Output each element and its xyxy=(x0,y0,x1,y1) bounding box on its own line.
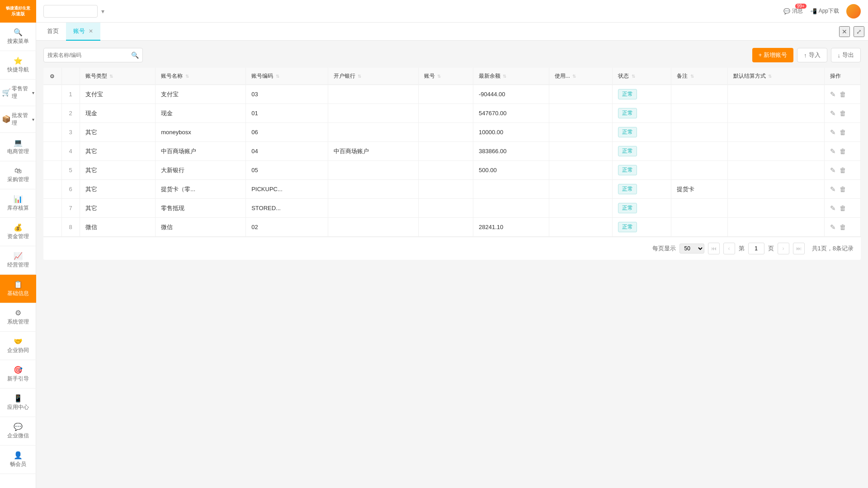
edit-icon[interactable]: ✎ xyxy=(830,147,836,155)
col-bank[interactable]: 开户银行 ⇅ xyxy=(328,68,418,85)
delete-icon[interactable]: 🗑 xyxy=(840,109,846,117)
sidebar-item-search-menu[interactable]: 🔍 搜索菜单 xyxy=(0,23,36,51)
table-row: 6 其它 提货卡（零... PICKUPC... 正常 提货卡 ✎ 🗑 xyxy=(43,180,861,199)
sidebar-label-quick-nav: 快捷导航 xyxy=(7,66,29,74)
delete-icon[interactable]: 🗑 xyxy=(840,185,846,193)
edit-icon[interactable]: ✎ xyxy=(830,90,836,99)
sidebar-label-enterprise-wechat: 企业微信 xyxy=(7,432,29,440)
add-account-button[interactable]: + 新增账号 xyxy=(752,48,793,62)
delete-icon[interactable]: 🗑 xyxy=(840,147,846,155)
row-balance: 10000.00 xyxy=(473,123,549,142)
toolbar: 🔍 + 新增账号 ↑ 导入 ↓ 导出 xyxy=(43,48,861,62)
app-download-button[interactable]: 📲 App下载 xyxy=(810,7,839,15)
row-default-settlement xyxy=(727,218,824,237)
row-status: 正常 xyxy=(613,85,671,104)
edit-icon[interactable]: ✎ xyxy=(830,204,836,212)
row-account xyxy=(418,218,473,237)
search-icon[interactable]: 🔍 xyxy=(131,52,139,59)
status-badge: 正常 xyxy=(618,203,637,213)
row-type: 支付宝 xyxy=(80,85,156,104)
tab-accounts[interactable]: 账号 ✕ xyxy=(66,23,100,41)
col-remark[interactable]: 备注 ⇅ xyxy=(671,68,727,85)
sidebar-item-basic-info[interactable]: 📋 基础信息 xyxy=(0,275,36,303)
delete-icon[interactable]: 🗑 xyxy=(840,90,846,98)
delete-icon[interactable]: 🗑 xyxy=(840,166,846,174)
header-dropdown-icon[interactable]: ▾ xyxy=(101,8,104,15)
sidebar-label-enterprise-agreement: 企业协同 xyxy=(7,347,29,354)
message-button[interactable]: 💬 消息 99+ xyxy=(783,7,803,15)
col-code[interactable]: 账号编码 ⇅ xyxy=(246,68,328,85)
sidebar-logo: 畅捷通好生意 乐速版 xyxy=(0,0,36,23)
sidebar-item-quick-nav[interactable]: ⭐ 快捷导航 xyxy=(0,51,36,80)
row-name: 现金 xyxy=(156,104,246,123)
sidebar-item-member[interactable]: 👤 畅会员 xyxy=(0,446,36,474)
row-account xyxy=(418,180,473,199)
top-search-input[interactable] xyxy=(43,5,98,18)
sidebar-item-purchase-mgmt[interactable]: 🛍 采购管理 xyxy=(0,161,36,189)
sidebar-item-operations-mgmt[interactable]: 📈 经营管理 xyxy=(0,246,36,275)
tab-home[interactable]: 首页 xyxy=(40,23,66,41)
col-gear[interactable]: ⚙ xyxy=(43,68,61,85)
edit-icon[interactable]: ✎ xyxy=(830,223,836,231)
delete-icon[interactable]: 🗑 xyxy=(840,223,846,231)
row-name: 零售抵现 xyxy=(156,199,246,218)
sidebar-item-system-mgmt[interactable]: ⚙ 系统管理 xyxy=(0,303,36,332)
delete-icon[interactable]: 🗑 xyxy=(840,204,846,212)
sidebar-item-new-guide[interactable]: 🎯 新手引导 xyxy=(0,360,36,389)
delete-icon[interactable]: 🗑 xyxy=(840,128,846,136)
row-bank xyxy=(328,180,418,199)
col-account[interactable]: 账号 ⇅ xyxy=(418,68,473,85)
row-actions: ✎ 🗑 xyxy=(825,104,861,123)
next-page-button[interactable]: › xyxy=(778,243,789,254)
tab-accounts-close[interactable]: ✕ xyxy=(89,28,93,34)
first-page-button[interactable]: ⏮ xyxy=(708,243,720,254)
header-right: 💬 消息 99+ 📲 App下载 xyxy=(783,4,861,19)
sidebar-item-inventory[interactable]: 📊 库存核算 xyxy=(0,189,36,218)
row-code: STORED... xyxy=(246,199,328,218)
col-name[interactable]: 账号名称 ⇅ xyxy=(156,68,246,85)
prev-page-button[interactable]: ‹ xyxy=(723,243,735,254)
sidebar-item-finance-mgmt[interactable]: 💰 资金管理 xyxy=(0,218,36,246)
sidebar-item-enterprise-wechat[interactable]: 💬 企业微信 xyxy=(0,417,36,446)
row-status: 正常 xyxy=(613,218,671,237)
export-button[interactable]: ↓ 导出 xyxy=(831,48,861,62)
row-remark xyxy=(671,161,727,180)
operations-mgmt-icon: 📈 xyxy=(14,252,23,260)
row-gear xyxy=(43,161,61,180)
row-bank xyxy=(328,161,418,180)
avatar[interactable] xyxy=(846,4,861,19)
edit-icon[interactable]: ✎ xyxy=(830,109,836,117)
enterprise-wechat-icon: 💬 xyxy=(14,422,23,431)
edit-icon[interactable]: ✎ xyxy=(830,166,836,174)
row-gear xyxy=(43,142,61,161)
sidebar-label-operations-mgmt: 经营管理 xyxy=(7,261,29,269)
export-icon: ↓ xyxy=(838,52,841,59)
search-input[interactable] xyxy=(47,52,131,58)
import-button[interactable]: ↑ 导入 xyxy=(797,48,827,62)
edit-icon[interactable]: ✎ xyxy=(830,128,836,136)
col-usage[interactable]: 使用... ⇅ xyxy=(549,68,612,85)
page-number-input[interactable] xyxy=(748,243,764,254)
status-badge: 正常 xyxy=(618,146,637,156)
total-info: 共1页，8条记录 xyxy=(812,244,854,253)
tab-close-all-button[interactable]: ✕ xyxy=(839,26,850,37)
sidebar-item-retail-mgmt[interactable]: 🛒 零售管理 ▾ xyxy=(0,80,36,106)
sidebar-item-ecommerce-mgmt[interactable]: 💻 电商管理 xyxy=(0,133,36,161)
row-code: 01 xyxy=(246,104,328,123)
col-balance[interactable]: 最新余额 ⇅ xyxy=(473,68,549,85)
sidebar-item-wholesale-mgmt[interactable]: 📦 批发管理 ▾ xyxy=(0,106,36,133)
col-type[interactable]: 账号类型 ⇅ xyxy=(80,68,156,85)
sidebar-item-app-center[interactable]: 📱 应用中心 xyxy=(0,389,36,417)
import-icon: ↑ xyxy=(804,52,807,59)
sidebar-label-basic-info: 基础信息 xyxy=(7,290,29,297)
edit-icon[interactable]: ✎ xyxy=(830,185,836,193)
last-page-button[interactable]: ⏭ xyxy=(793,243,805,254)
page-size-select[interactable]: 50 100 200 xyxy=(679,244,704,253)
row-default-settlement xyxy=(727,104,824,123)
tab-maximize-button[interactable]: ⤢ xyxy=(854,26,864,37)
col-status[interactable]: 状态 ⇅ xyxy=(613,68,671,85)
row-num: 7 xyxy=(61,199,80,218)
sidebar-label-inventory: 库存核算 xyxy=(7,204,29,212)
col-default-settlement[interactable]: 默认结算方式 ⇅ xyxy=(727,68,824,85)
sidebar-item-enterprise-agreement[interactable]: 🤝 企业协同 xyxy=(0,332,36,360)
